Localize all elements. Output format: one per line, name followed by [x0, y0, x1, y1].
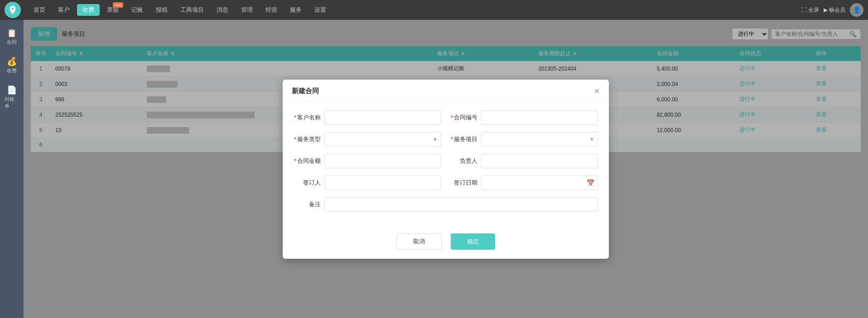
confirm-button[interactable]: 确定	[451, 233, 495, 250]
form-row-5: 备注	[294, 197, 598, 212]
remark-label: 备注	[294, 200, 321, 209]
modal-body: *客户名称 *合同编号	[283, 101, 609, 228]
logo	[5, 2, 21, 18]
required-mark-5: *	[294, 157, 296, 164]
nav-customer[interactable]: 客户	[53, 4, 75, 16]
form-row-1: *客户名称 *合同编号	[294, 110, 598, 125]
amount-field: *合同金额 0.00	[294, 154, 441, 168]
avatar-icon: 👤	[853, 6, 861, 14]
customer-name-input[interactable]	[324, 110, 441, 125]
sign-date-input[interactable]: 2023-06-06	[481, 176, 598, 190]
sign-date-label: 签订日期	[450, 179, 477, 187]
nav-operation[interactable]: 经营	[260, 4, 283, 16]
content-area: 新增 服务项目 进行中 已结束 全部 🔍 序号 合同编号 ⇅	[24, 20, 868, 318]
new-contract-modal: 新建合同 ✕ *客户名称 *合同编号	[283, 80, 609, 259]
modal-header: 新建合同 ✕	[283, 80, 609, 101]
modal-title: 新建合同	[292, 87, 319, 95]
nav-billing[interactable]: 收费	[77, 4, 100, 16]
modal-overlay: 新建合同 ✕ *客户名称 *合同编号	[24, 20, 868, 318]
form-row-2: *服务类型 ▼ *服务项目	[294, 132, 598, 147]
responsible-input[interactable]	[481, 154, 598, 168]
required-mark-4: *	[451, 136, 453, 142]
calendar-icon[interactable]: 📅	[587, 179, 594, 186]
required-mark-3: *	[294, 136, 296, 142]
signer-label: 签订人	[294, 179, 321, 187]
nav-bookkeeping[interactable]: 记账	[126, 4, 149, 16]
nav-message[interactable]: 消息	[211, 4, 234, 16]
remark-input[interactable]	[324, 197, 598, 212]
user-avatar[interactable]: 👤	[850, 3, 863, 17]
modal-footer: 取消 确定	[283, 228, 609, 259]
contract-icon: 📋	[7, 28, 17, 38]
billing-icon: 💰	[7, 57, 17, 66]
member-button[interactable]: ▶ 畅会员	[824, 6, 845, 14]
sidebar: 📋 合同 💰 收费 📄 对账单	[0, 20, 24, 318]
service-item-select[interactable]	[481, 132, 598, 147]
nav-settings[interactable]: 设置	[309, 4, 332, 16]
main-layout: 📋 合同 💰 收费 📄 对账单 新增 服务项目 进行中 已结束 全部	[0, 20, 868, 318]
fullscreen-label: 全屏	[808, 6, 819, 14]
new-badge: new	[113, 2, 123, 8]
top-nav: 首页 客户 收费 票据 new 记账 报税 工商项目 消息 管理 经营 服务 设…	[0, 0, 868, 20]
nav-service[interactable]: 服务	[285, 4, 307, 16]
service-item-label: *服务项目	[450, 135, 477, 143]
contract-no-field: *合同编号	[450, 110, 598, 125]
form-row-3: *合同金额 0.00 负责人	[294, 154, 598, 168]
member-label: 畅会员	[829, 6, 845, 14]
service-item-select-wrapper: ▼	[481, 132, 598, 147]
fullscreen-icon: ⛶	[801, 7, 807, 13]
sidebar-item-statement[interactable]: 📄 对账单	[2, 81, 22, 113]
statement-icon: 📄	[7, 85, 17, 95]
required-mark: *	[294, 114, 296, 121]
modal-close-button[interactable]: ✕	[594, 87, 600, 95]
nav-items: 首页 客户 收费 票据 new 记账 报税 工商项目 消息 管理 经营 服务 设…	[28, 4, 801, 16]
member-icon: ▶	[824, 7, 828, 13]
sidebar-contract-label: 合同	[7, 39, 17, 46]
customer-name-field: *客户名称	[294, 110, 441, 125]
sidebar-statement-label: 对账单	[5, 96, 19, 109]
contract-no-label: *合同编号	[450, 114, 477, 122]
remark-field: 备注	[294, 197, 598, 212]
amount-label: *合同金额	[294, 157, 321, 165]
sidebar-item-billing[interactable]: 💰 收费	[2, 53, 22, 78]
service-type-field: *服务类型 ▼	[294, 132, 441, 147]
contract-no-input[interactable]	[481, 110, 598, 125]
responsible-label: 负责人	[450, 157, 477, 165]
signer-field: 签订人	[294, 176, 441, 190]
nav-business[interactable]: 工商项目	[175, 4, 209, 16]
nav-tax[interactable]: 报税	[150, 4, 173, 16]
nav-right: ⛶ 全屏 ▶ 畅会员 👤	[801, 3, 863, 17]
customer-name-label: *客户名称	[294, 114, 321, 122]
sidebar-billing-label: 收费	[7, 67, 17, 74]
service-type-label: *服务类型	[294, 135, 321, 143]
sign-date-field: 签订日期 2023-06-06 📅	[450, 176, 598, 190]
nav-admin[interactable]: 管理	[236, 4, 258, 16]
sign-date-wrapper: 2023-06-06 📅	[481, 176, 598, 190]
amount-input[interactable]: 0.00	[324, 154, 441, 168]
fullscreen-button[interactable]: ⛶ 全屏	[801, 6, 819, 14]
service-type-select[interactable]	[324, 132, 441, 147]
cancel-button[interactable]: 取消	[396, 233, 442, 250]
service-type-select-wrapper: ▼	[324, 132, 441, 147]
form-row-4: 签订人 签订日期 2023-06-06 📅	[294, 176, 598, 190]
responsible-field: 负责人	[450, 154, 598, 168]
nav-invoice[interactable]: 票据 new	[101, 4, 124, 16]
signer-input[interactable]	[324, 176, 441, 190]
required-mark-2: *	[451, 114, 453, 121]
service-item-field: *服务项目 ▼	[450, 132, 598, 147]
nav-home[interactable]: 首页	[28, 4, 51, 16]
sidebar-item-contract[interactable]: 📋 合同	[2, 24, 22, 49]
